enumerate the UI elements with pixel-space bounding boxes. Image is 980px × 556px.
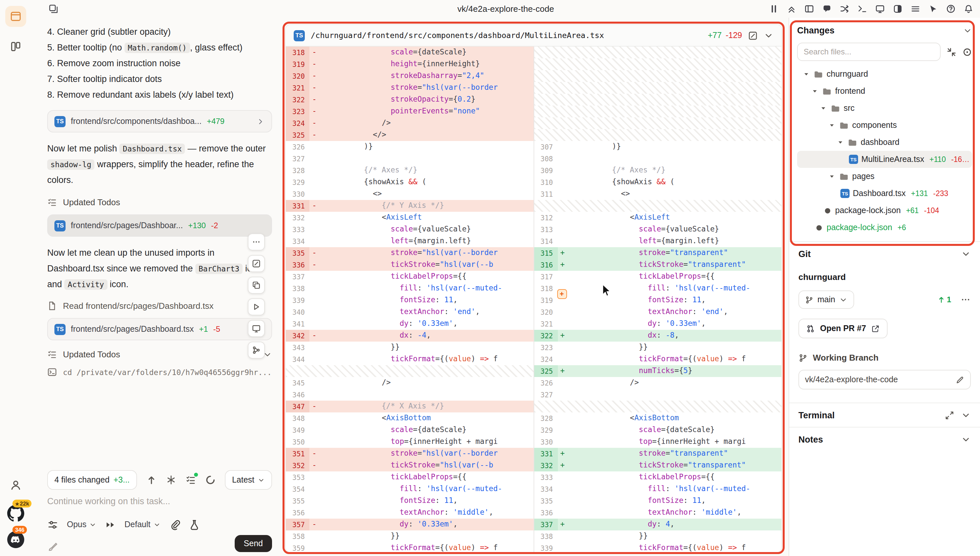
search-files-input[interactable] <box>797 43 941 61</box>
diff-empty-cell <box>534 70 781 82</box>
diff-row: 339 fontSize: 11,319 fontSize: 11, <box>286 294 781 306</box>
code-line: tickLabelProps={{ <box>567 271 781 283</box>
files-changed-chip[interactable]: 4 files changed +3... <box>47 470 137 490</box>
terminal-command-row[interactable]: cd /private/var/folders/10/h7w0q46556ggr… <box>47 367 272 377</box>
file-diff-chip[interactable]: TSfrontend/src/pages/Dashboar...+130-2 <box>47 214 272 237</box>
collapse-diff-icon[interactable] <box>764 31 773 40</box>
monitor-button[interactable] <box>248 320 265 337</box>
tree-file-package-lock-json[interactable]: package-lock.json+61-104 <box>797 202 972 219</box>
file-diff-chip[interactable]: TSfrontend/src/pages/Dashboard.tsx+1-5 <box>47 318 272 340</box>
model-selector[interactable]: Opus <box>67 520 96 529</box>
layout-panels-icon[interactable] <box>48 4 58 14</box>
ellipsis-button[interactable] <box>248 233 265 251</box>
tree-folder-frontend[interactable]: frontend <box>797 82 972 100</box>
file-read-row[interactable]: Read frontend/src/pages/Dashboard.tsx <box>47 301 272 311</box>
diff-panel: TS /churnguard/frontend/src/components/d… <box>285 24 782 553</box>
diff-ctx-line: 337 tickLabelProps={{ <box>286 271 534 283</box>
contrast-icon[interactable] <box>893 4 903 14</box>
send-button[interactable]: Send <box>235 535 272 552</box>
tree-folder-dashboard[interactable]: dashboard <box>797 134 972 151</box>
terminal-section-header[interactable]: Terminal <box>789 402 980 427</box>
arrow-up-icon[interactable] <box>146 475 157 485</box>
experiment-button[interactable] <box>189 519 200 530</box>
fast-forward-button[interactable] <box>105 519 116 530</box>
expand-icon[interactable] <box>944 410 954 420</box>
json-file-icon <box>815 223 823 232</box>
draw-button[interactable] <box>47 541 58 552</box>
account-button[interactable] <box>5 475 26 496</box>
removed-count: -104 <box>924 207 939 214</box>
tree-folder-components[interactable]: components <box>797 117 972 134</box>
updated-todos-row[interactable]: Updated Todos <box>47 349 272 359</box>
bubble-icon[interactable] <box>822 4 832 14</box>
add-comment-button[interactable]: + <box>557 289 567 299</box>
code-line: <AxisLeft <box>319 212 533 223</box>
spinner-icon[interactable] <box>205 475 216 485</box>
attach-button[interactable] <box>169 519 180 530</box>
mode-selector[interactable]: Default <box>124 520 160 529</box>
collapse-all-icon[interactable] <box>946 47 956 57</box>
line-number: 333 <box>534 472 557 483</box>
tune-button[interactable] <box>47 519 58 530</box>
line-number: 324 <box>534 353 557 365</box>
diff-view-toggle-icon[interactable] <box>748 31 758 40</box>
terminal-glyph-icon[interactable] <box>857 4 867 14</box>
board-view-button[interactable] <box>5 36 26 57</box>
diff-empty-cell <box>534 58 781 70</box>
chevron-down-icon[interactable] <box>961 410 971 420</box>
composer-input[interactable] <box>47 490 272 511</box>
file-diff-chip[interactable]: TSfrontend/src/components/dashboa...+479 <box>47 110 272 133</box>
copy-button[interactable] <box>248 277 265 294</box>
git-section-header[interactable]: Git <box>789 241 980 265</box>
edit-box-button[interactable] <box>248 255 265 272</box>
line-number: 309 <box>534 165 557 176</box>
monitor-icon[interactable] <box>875 4 885 14</box>
play-button[interactable] <box>248 298 265 315</box>
pencil-icon[interactable] <box>956 375 964 384</box>
tree-file-package-lock-json[interactable]: package-lock.json+6 <box>797 219 972 236</box>
line-number: 307 <box>534 141 557 153</box>
help-icon[interactable] <box>946 4 956 14</box>
chat-transcript[interactable]: 4. Cleaner grid (subtler opacity)5. Bett… <box>31 18 283 466</box>
diff-rows[interactable]: 318- scale={dateScale}319- height={inner… <box>286 47 781 552</box>
diff-sign: + <box>557 330 567 342</box>
branch-selector[interactable]: main <box>798 291 854 309</box>
terminal-title: Terminal <box>798 410 835 420</box>
shuffle-icon[interactable] <box>840 4 849 14</box>
spark-icon[interactable] <box>166 475 176 485</box>
menu-icon[interactable] <box>911 4 920 14</box>
updated-todos-row[interactable]: Updated Todos <box>47 197 272 207</box>
chevrons-up-icon[interactable] <box>786 4 796 14</box>
github-link[interactable]: ★22k <box>7 505 24 522</box>
line-number: 335 <box>534 495 557 507</box>
working-branch-input[interactable] <box>805 375 952 384</box>
notes-section-header[interactable]: Notes <box>789 427 980 451</box>
latest-dropdown[interactable]: Latest <box>225 470 272 490</box>
tree-folder-churnguard[interactable]: churnguard <box>797 66 972 82</box>
tree-folder-pages[interactable]: pages <box>797 168 972 185</box>
bell-icon[interactable] <box>964 4 974 14</box>
diff-row: 320- strokeDasharray="2,4" <box>286 70 781 82</box>
code-line: tickFormat={(value) => f <box>567 353 781 365</box>
pointer-icon[interactable] <box>928 4 938 14</box>
app-home-button[interactable] <box>5 6 26 27</box>
open-pr-button[interactable]: Open PR #7 <box>798 318 888 338</box>
chevron-down-icon[interactable] <box>963 26 972 35</box>
chevron-down-icon[interactable] <box>961 435 971 444</box>
tree-file-dashboard-tsx[interactable]: TSDashboard.tsx+131-233 <box>797 185 972 202</box>
git-more-button[interactable] <box>960 294 971 305</box>
git-graph-button[interactable] <box>248 342 265 359</box>
diff-row: 335- stroke="hsl(var(--border315+ stroke… <box>286 247 781 259</box>
line-number: 326 <box>534 377 557 389</box>
pause-icon[interactable] <box>769 4 779 14</box>
tree-folder-src[interactable]: src <box>797 100 972 117</box>
auto-reveal-icon[interactable] <box>962 47 972 57</box>
diff-row: 334 left={margin.left}314 left={margin.l… <box>286 235 781 247</box>
line-number: 357 <box>286 519 309 530</box>
todos-status-icon[interactable] <box>186 475 196 485</box>
panel-left-icon[interactable] <box>804 4 814 14</box>
diff-row: 321- stroke="hsl(var(--border <box>286 82 781 94</box>
discord-link[interactable]: 346 <box>7 531 24 548</box>
tree-file-multilinearea-tsx[interactable]: TSMultiLineArea.tsx+110-16… <box>797 151 972 168</box>
diff-empty-cell <box>286 365 534 377</box>
